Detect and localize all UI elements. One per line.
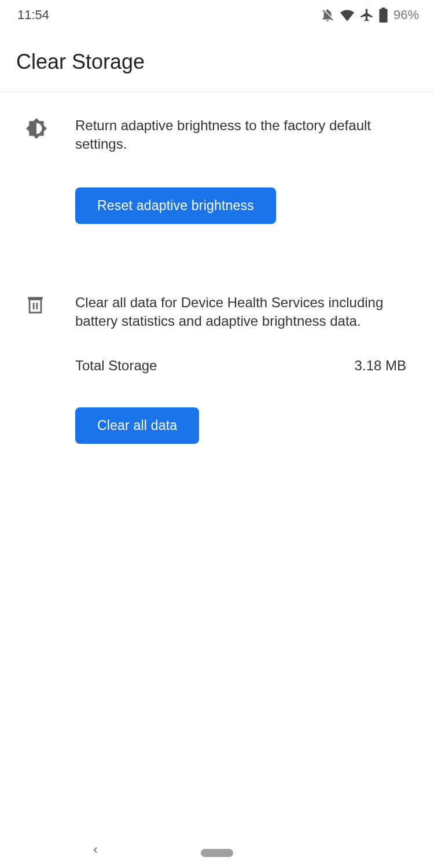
clear-all-data-button[interactable]: Clear all data — [75, 407, 199, 444]
svg-rect-1 — [381, 8, 385, 10]
adaptive-brightness-section: Return adaptive brightness to the factor… — [0, 92, 434, 241]
clear-data-section: Clear all data for Device Health Service… — [0, 269, 434, 461]
airplane-mode-icon — [359, 8, 374, 23]
trash-icon — [25, 293, 49, 444]
status-bar: 11:54 96% — [0, 0, 434, 28]
total-storage-label: Total Storage — [75, 358, 157, 374]
brightness-description: Return adaptive brightness to the factor… — [75, 116, 409, 154]
svg-rect-0 — [379, 9, 387, 23]
reset-adaptive-brightness-button[interactable]: Reset adaptive brightness — [75, 187, 276, 224]
notifications-off-icon — [320, 8, 335, 23]
navigation-bar — [0, 838, 434, 868]
svg-rect-2 — [30, 299, 41, 312]
back-icon[interactable] — [90, 845, 101, 858]
status-icons-group: 96% — [320, 8, 419, 23]
wifi-icon — [340, 9, 355, 21]
total-storage-row: Total Storage 3.18 MB — [75, 358, 409, 374]
page-header: Clear Storage — [0, 28, 434, 92]
status-time: 11:54 — [17, 8, 49, 23]
battery-percentage: 96% — [393, 8, 419, 23]
clear-data-description: Clear all data for Device Health Service… — [75, 293, 409, 331]
battery-icon — [379, 8, 388, 23]
svg-rect-3 — [28, 297, 43, 299]
total-storage-value: 3.18 MB — [355, 358, 406, 374]
home-gesture-pill[interactable] — [201, 849, 233, 857]
brightness-icon — [25, 116, 49, 224]
page-title: Clear Storage — [16, 50, 434, 74]
